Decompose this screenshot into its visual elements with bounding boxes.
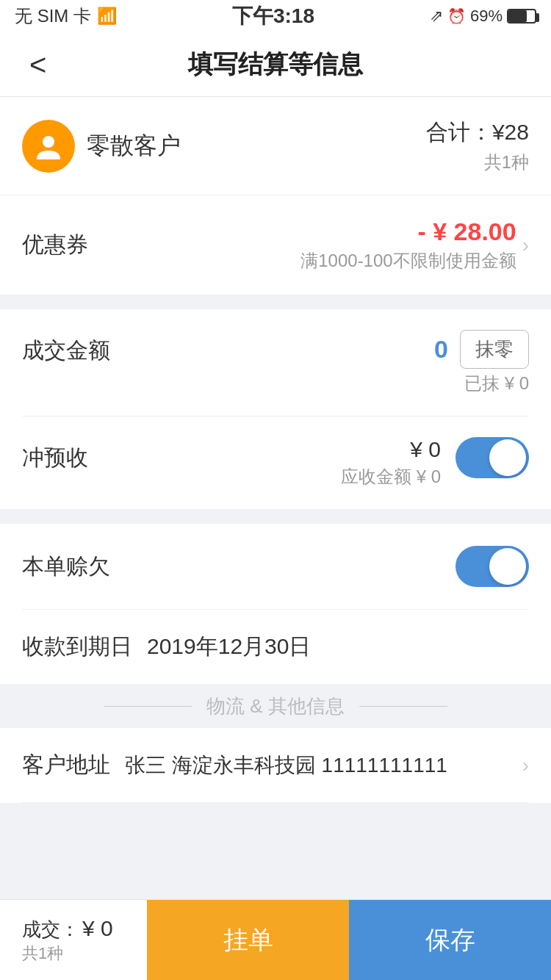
deal-amount-row: 成交金额 0 抹零 已抹 ¥ 0 xyxy=(22,309,529,417)
coupon-row[interactable]: 优惠券 - ¥ 28.00 满1000-100不限制使用金额 › xyxy=(22,195,529,295)
wifi-icon: 📶 xyxy=(97,7,117,26)
credit-toggle-knob xyxy=(489,548,526,585)
prepay-amount: ¥ 0 xyxy=(341,437,441,462)
address-section: 客户地址 张三 海淀永丰科技园 11111111111 › xyxy=(0,728,551,803)
deal-sub: 已抹 ¥ 0 xyxy=(434,372,529,395)
customer-left: 零散客户 xyxy=(22,120,181,173)
battery-percent: 69% xyxy=(470,7,503,26)
back-button[interactable]: < xyxy=(22,43,54,87)
status-time: 下午3:18 xyxy=(232,2,314,30)
address-chevron-icon: › xyxy=(522,754,529,777)
prepay-label: 冲预收 xyxy=(22,443,88,473)
status-bar: 无 SIM 卡 📶 下午3:18 ⇗ ⏰ 69% xyxy=(0,0,551,32)
avatar xyxy=(22,120,75,173)
coupon-section: 优惠券 - ¥ 28.00 满1000-100不限制使用金额 › xyxy=(0,195,551,295)
coupon-desc: 满1000-100不限制使用金额 xyxy=(300,249,516,273)
address-value: 张三 海淀永丰科技园 11111111111 xyxy=(125,752,516,779)
divider-2 xyxy=(0,509,551,524)
address-label: 客户地址 xyxy=(22,750,110,780)
alarm-icon: ⏰ xyxy=(447,7,466,25)
pending-button[interactable]: 挂单 xyxy=(147,900,349,980)
carrier-text: 无 SIM 卡 xyxy=(15,4,91,28)
credit-section: 本单赊欠 收款到期日 2019年12月30日 xyxy=(0,524,551,684)
logistics-divider: 物流 & 其他信息 xyxy=(0,684,551,728)
logistics-label: 物流 & 其他信息 xyxy=(104,693,447,719)
due-date-label: 收款到期日 xyxy=(22,632,132,662)
deal-amount-label: 成交金额 xyxy=(22,336,110,366)
deal-amount-right: 0 抹零 已抹 ¥ 0 xyxy=(434,330,529,395)
coupon-discount: - ¥ 28.00 xyxy=(300,217,516,246)
customer-section: 零散客户 合计：¥28 共1种 xyxy=(0,97,551,195)
total-amount: 合计：¥28 xyxy=(426,118,529,148)
prepay-value-area: ¥ 0 应收金额 ¥ 0 xyxy=(341,437,441,489)
deal-section: 成交金额 0 抹零 已抹 ¥ 0 冲预收 ¥ 0 应收金额 ¥ 0 xyxy=(0,309,551,509)
prepay-toggle[interactable] xyxy=(455,437,529,478)
bottom-bar: 成交： ¥ 0 共1种 挂单 保存 xyxy=(0,899,551,980)
bottom-summary: 成交： ¥ 0 共1种 xyxy=(0,916,147,965)
divider-1 xyxy=(0,295,551,309)
deal-number[interactable]: 0 xyxy=(434,335,448,364)
bottom-deal-label: 成交： xyxy=(22,917,79,943)
total-count: 共1种 xyxy=(426,151,529,174)
credit-label: 本单赊欠 xyxy=(22,552,110,582)
prepay-sub: 应收金额 ¥ 0 xyxy=(341,465,441,489)
prepay-row: 冲预收 ¥ 0 应收金额 ¥ 0 xyxy=(22,417,529,509)
deal-input-area: 0 抹零 xyxy=(434,330,529,369)
status-left: 无 SIM 卡 📶 xyxy=(15,4,117,28)
round-button[interactable]: 抹零 xyxy=(460,330,529,369)
address-row[interactable]: 客户地址 张三 海淀永丰科技园 11111111111 › xyxy=(22,728,529,803)
coupon-value: - ¥ 28.00 满1000-100不限制使用金额 xyxy=(300,217,516,273)
location-icon: ⇗ xyxy=(430,7,443,26)
date-row: 收款到期日 2019年12月30日 xyxy=(22,609,529,684)
bottom-deal-amount: ¥ 0 xyxy=(82,916,113,941)
bottom-count: 共1种 xyxy=(22,943,125,965)
due-date-value: 2019年12月30日 xyxy=(147,632,311,662)
nav-bar: < 填写结算等信息 xyxy=(0,32,551,97)
customer-total: 合计：¥28 共1种 xyxy=(426,118,529,174)
customer-row: 零散客户 合计：¥28 共1种 xyxy=(22,97,529,195)
toggle-knob xyxy=(489,439,526,476)
page-title: 填写结算等信息 xyxy=(188,48,363,82)
credit-row: 本单赊欠 xyxy=(22,524,529,609)
customer-name: 零散客户 xyxy=(87,130,181,162)
save-button[interactable]: 保存 xyxy=(349,900,551,980)
battery-icon xyxy=(507,9,536,24)
status-right: ⇗ ⏰ 69% xyxy=(430,7,536,26)
svg-point-0 xyxy=(43,136,54,148)
coupon-label: 优惠券 xyxy=(22,230,88,260)
credit-toggle[interactable] xyxy=(455,546,529,587)
chevron-right-icon: › xyxy=(522,234,529,257)
